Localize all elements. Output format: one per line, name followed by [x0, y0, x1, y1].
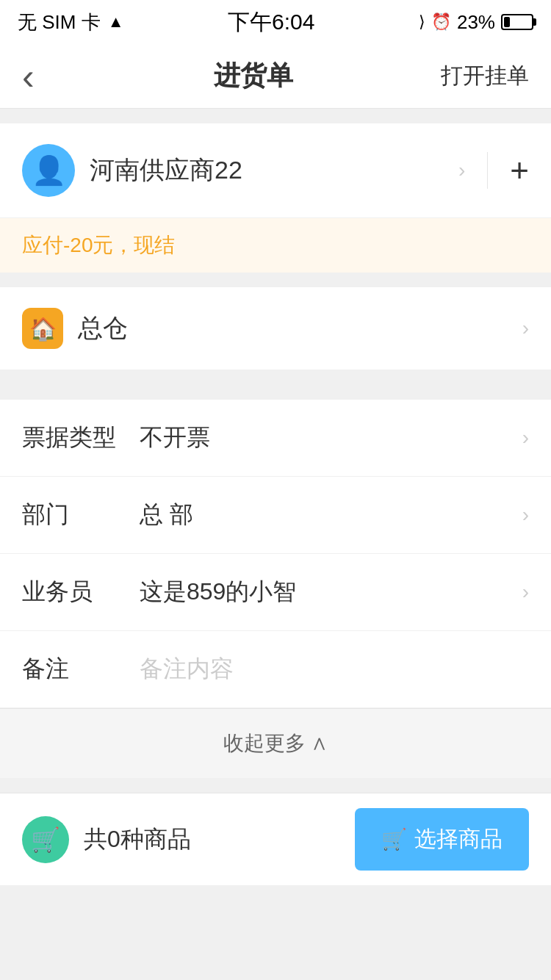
page-title: 进货单 — [214, 58, 293, 94]
select-label: 选择商品 — [414, 824, 503, 854]
status-time: 下午6:04 — [228, 7, 314, 37]
salesperson-chevron-icon: › — [522, 580, 529, 604]
invoice-type-chevron-icon: › — [522, 426, 529, 450]
alert-text: 应付-20元，现结 — [22, 234, 175, 256]
department-label: 部门 — [22, 499, 125, 531]
add-supplier-button[interactable]: + — [510, 152, 529, 189]
alarm-icon: ⏰ — [431, 12, 451, 32]
department-value: 总 部 — [140, 499, 515, 531]
section-divider-4 — [0, 778, 551, 793]
bottom-bar: 🛒 共0种商品 🛒 选择商品 — [0, 793, 551, 885]
avatar-icon: 👤 — [32, 154, 66, 187]
warehouse-icon-bg: 🏠 — [22, 308, 63, 349]
warehouse-section: 🏠 总仓 › — [0, 287, 551, 370]
section-divider-3 — [0, 370, 551, 385]
location-icon: ⟩ — [419, 12, 425, 32]
department-chevron-icon: › — [522, 503, 529, 527]
product-icon-bg: 🛒 — [22, 816, 69, 863]
carrier-text: 无 SIM 卡 — [18, 10, 101, 35]
alert-banner: 应付-20元，现结 — [0, 218, 551, 273]
product-count-text: 共0种商品 — [84, 824, 355, 856]
warehouse-name: 总仓 — [78, 311, 522, 345]
form-section: 票据类型 不开票 › 部门 总 部 › 业务员 这是859的小智 › 备注 备注… — [0, 400, 551, 778]
remark-placeholder[interactable]: 备注内容 — [140, 653, 529, 685]
salesperson-row[interactable]: 业务员 这是859的小智 › — [0, 554, 551, 631]
salesperson-value: 这是859的小智 — [140, 576, 515, 608]
department-row[interactable]: 部门 总 部 › — [0, 477, 551, 554]
salesperson-label: 业务员 — [22, 576, 125, 608]
warehouse-chevron-icon: › — [522, 317, 529, 340]
warehouse-icon: 🏠 — [29, 316, 57, 342]
vertical-divider — [487, 152, 488, 189]
collapse-button[interactable]: 收起更多 ∧ — [0, 708, 551, 778]
warehouse-row[interactable]: 🏠 总仓 › — [0, 287, 551, 370]
nav-bar: ‹ 进货单 打开挂单 — [0, 44, 551, 109]
section-divider-2 — [0, 273, 551, 287]
remark-row[interactable]: 备注 备注内容 — [0, 631, 551, 708]
supplier-avatar: 👤 — [22, 144, 75, 197]
supplier-row[interactable]: 👤 河南供应商22 › + — [0, 123, 551, 218]
remark-label: 备注 — [22, 653, 125, 685]
wifi-icon: ▲ — [108, 12, 124, 32]
status-bar: 无 SIM 卡 ▲ 下午6:04 ⟩ ⏰ 23% — [0, 0, 551, 44]
battery-icon — [501, 14, 533, 30]
section-divider-1 — [0, 109, 551, 123]
invoice-type-row[interactable]: 票据类型 不开票 › — [0, 400, 551, 477]
supplier-section: 👤 河南供应商22 › + 应付-20元，现结 — [0, 123, 551, 273]
select-icon: 🛒 — [381, 827, 407, 851]
shopping-icon: 🛒 — [31, 826, 60, 854]
supplier-name: 河南供应商22 — [90, 154, 458, 187]
supplier-chevron-icon: › — [458, 159, 465, 182]
invoice-type-label: 票据类型 — [22, 422, 125, 454]
invoice-type-value: 不开票 — [140, 422, 515, 454]
select-product-button[interactable]: 🛒 选择商品 — [355, 808, 529, 871]
back-button[interactable]: ‹ — [22, 55, 66, 98]
status-right: ⟩ ⏰ 23% — [419, 11, 533, 34]
battery-percent: 23% — [457, 11, 495, 34]
supplier-actions: › + — [458, 152, 529, 189]
status-left: 无 SIM 卡 ▲ — [18, 10, 123, 35]
open-pending-button[interactable]: 打开挂单 — [441, 61, 529, 91]
